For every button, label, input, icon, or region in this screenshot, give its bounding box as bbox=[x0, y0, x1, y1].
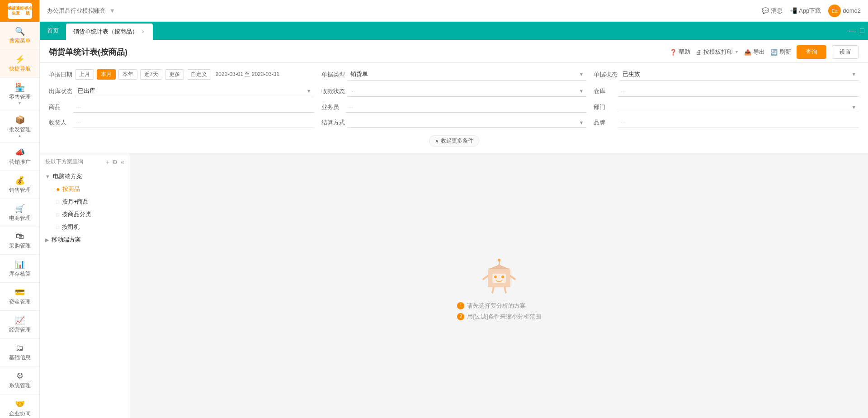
tree-child-by-goods[interactable]: ● 按商品 bbox=[51, 183, 130, 195]
svg-line-10 bbox=[505, 287, 506, 293]
app-download-btn[interactable]: 📲 App下载 bbox=[790, 7, 821, 15]
filter-date: 单据日期 上月 本月 本年 近7天 更多 自定义 2023-03-01 至 20… bbox=[49, 69, 314, 80]
sidebar-item-finance[interactable]: 💳 资金管理 bbox=[0, 283, 39, 311]
goods-label: 商品 bbox=[49, 103, 71, 111]
filter-doc-status: 单据状态 已生效 ▼ bbox=[594, 68, 859, 81]
sidebar-item-operation[interactable]: 📈 经营管理 bbox=[0, 311, 39, 339]
date-prev-month-btn[interactable]: 上月 bbox=[75, 69, 94, 80]
tab-home[interactable]: 首页 bbox=[40, 22, 66, 40]
goods-dots: ··· bbox=[76, 104, 81, 110]
nav-icon: ⚡ bbox=[15, 54, 25, 64]
doc-type-label: 单据类型 bbox=[321, 71, 345, 79]
filter-row-3: 商品 ··· 业务员 ··· 部门 ▼ bbox=[49, 102, 859, 113]
filter-brand: 品牌 ··· bbox=[594, 117, 859, 128]
retail-arrow: ▼ bbox=[18, 101, 22, 105]
filter-department: 部门 ▼ bbox=[594, 103, 859, 112]
tip-num-1: 1 bbox=[457, 302, 464, 309]
sidebar-marketing-label: 营销推广 bbox=[9, 158, 31, 166]
export-btn[interactable]: 📤 导出 bbox=[744, 48, 765, 56]
filter-row-4: 收货人 ··· 结算方式 ▼ 品牌 ··· bbox=[49, 117, 859, 128]
settings-scheme-btn[interactable]: ⚙ bbox=[112, 158, 118, 166]
receiver-select[interactable]: ··· bbox=[73, 117, 314, 128]
date-cur-year-btn[interactable]: 本年 bbox=[118, 69, 137, 80]
recv-status-select[interactable]: ··· ▼ bbox=[348, 86, 587, 97]
tab-active[interactable]: 销货单统计表（按商品） × bbox=[66, 24, 153, 40]
filter-settlement: 结算方式 ▼ bbox=[321, 118, 587, 128]
sidebar-item-ecom[interactable]: 🛒 电商管理 bbox=[0, 199, 39, 227]
settings-button[interactable]: 设置 bbox=[832, 45, 859, 59]
category-icon: □ bbox=[56, 212, 59, 217]
user-info[interactable]: Ea demo2 bbox=[828, 5, 861, 17]
department-select[interactable]: ▼ bbox=[618, 103, 859, 112]
sidebar-item-retail[interactable]: 🏪 零售管理 ▼ bbox=[0, 78, 39, 110]
tree-node-desktop[interactable]: ▼ 电脑端方案 bbox=[40, 170, 130, 183]
date-recent7-btn[interactable]: 近7天 bbox=[140, 69, 162, 80]
tree-child-by-category[interactable]: □ 按商品分类 bbox=[51, 208, 130, 221]
tree-node-mobile[interactable]: ▶ 移动端方案 bbox=[40, 233, 130, 246]
sidebar: 畅捷通好生意 标准版 🔍 搜索菜单 ⚡ 快捷导航 🏪 零售管理 ▼ 📦 批发管理… bbox=[0, 0, 40, 418]
recv-status-dots: ··· bbox=[350, 88, 355, 95]
settlement-select[interactable]: ▼ bbox=[348, 118, 587, 128]
doc-status-select[interactable]: 已生效 ▼ bbox=[620, 68, 859, 81]
driver-icon: □ bbox=[56, 224, 59, 230]
sidebar-item-search[interactable]: 🔍 搜索菜单 bbox=[0, 22, 39, 50]
date-cur-month-btn[interactable]: 本月 bbox=[97, 69, 116, 80]
doc-status-dropdown-icon: ▼ bbox=[851, 71, 856, 77]
filter-recv-status: 收款状态 ··· ▼ bbox=[321, 86, 587, 97]
out-status-select[interactable]: 已出库 ▼ bbox=[75, 85, 314, 97]
workspace-dropdown-icon[interactable]: ▼ bbox=[109, 7, 115, 14]
print-btn[interactable]: 🖨 按模板打印 ▼ bbox=[696, 48, 739, 56]
left-panel-title: 按以下方案查询 bbox=[45, 158, 83, 166]
sidebar-item-wholesale[interactable]: 📦 批发管理 ▲ bbox=[0, 110, 39, 143]
tab-close-btn[interactable]: × bbox=[141, 28, 146, 35]
workspace-info: 办公用品行业模拟账套 ▼ bbox=[47, 7, 115, 15]
search-icon: 🔍 bbox=[15, 26, 25, 36]
date-filter: 上月 本月 本年 近7天 更多 自定义 2023-03-01 至 2023-03… bbox=[75, 69, 279, 80]
svg-line-7 bbox=[483, 276, 488, 279]
page-title: 销货单统计表(按商品) bbox=[49, 47, 127, 57]
collapse-panel-btn[interactable]: « bbox=[121, 158, 124, 166]
warehouse-select[interactable]: ··· bbox=[618, 86, 859, 97]
tab-maximize-btn[interactable]: □ bbox=[860, 27, 864, 35]
refresh-btn[interactable]: 🔄 刷新 bbox=[770, 48, 791, 56]
refresh-icon: 🔄 bbox=[770, 49, 778, 56]
tree-child-by-driver-label: 按司机 bbox=[62, 223, 80, 231]
sidebar-item-enterprise[interactable]: 🤝 企业协同 bbox=[0, 394, 39, 418]
tab-minimize-btn[interactable]: — bbox=[849, 27, 856, 35]
tree-section: ▼ 电脑端方案 ● 按商品 □ 按月+商品 □ bbox=[40, 168, 130, 248]
inventory-icon: 📊 bbox=[15, 259, 25, 269]
sidebar-wholesale-label: 批发管理 bbox=[9, 126, 31, 133]
salesperson-label: 业务员 bbox=[321, 103, 343, 111]
doc-status-label: 单据状态 bbox=[594, 71, 617, 79]
sidebar-item-marketing[interactable]: 📣 营销推广 bbox=[0, 143, 39, 171]
doc-type-select[interactable]: 销货单 ▼ bbox=[348, 68, 587, 81]
date-more-btn[interactable]: 更多 bbox=[165, 69, 184, 80]
goods-select[interactable]: ··· bbox=[73, 102, 314, 113]
filter-area: 单据日期 上月 本月 本年 近7天 更多 自定义 2023-03-01 至 20… bbox=[40, 63, 868, 153]
sidebar-item-sales[interactable]: 💰 销售管理 bbox=[0, 171, 39, 199]
sidebar-item-basic[interactable]: 🗂 基础信息 bbox=[0, 339, 39, 366]
sidebar-item-quicknav[interactable]: ⚡ 快捷导航 bbox=[0, 50, 39, 78]
empty-tip-2: 2 用[过滤]条件来缩小分析范围 bbox=[457, 313, 541, 321]
sidebar-finance-label: 资金管理 bbox=[9, 298, 31, 306]
salesperson-select[interactable]: ··· bbox=[346, 102, 587, 113]
add-scheme-btn[interactable]: + bbox=[106, 158, 109, 166]
sidebar-item-inventory[interactable]: 📊 库存核算 bbox=[0, 255, 39, 283]
sidebar-item-system[interactable]: ⚙ 系统管理 bbox=[0, 366, 39, 394]
tip-text-2: 用[过滤]条件来缩小分析范围 bbox=[467, 313, 541, 321]
date-custom-btn[interactable]: 自定义 bbox=[187, 69, 211, 80]
sidebar-item-purchase[interactable]: 🛍 采购管理 bbox=[0, 227, 39, 255]
home-label: 首页 bbox=[47, 27, 59, 35]
collapse-arrow: ∧ bbox=[435, 138, 439, 144]
brand-select[interactable]: ··· bbox=[618, 117, 859, 128]
tree-child-by-month-goods[interactable]: □ 按月+商品 bbox=[51, 195, 130, 208]
out-status-label: 出库状态 bbox=[49, 87, 72, 95]
message-btn[interactable]: 💬 消息 bbox=[762, 7, 783, 15]
active-scheme-icon: ● bbox=[56, 185, 60, 193]
tree-child-by-driver[interactable]: □ 按司机 bbox=[51, 221, 130, 233]
settlement-dropdown-icon: ▼ bbox=[579, 120, 584, 125]
collapse-btn[interactable]: ∧ 收起更多条件 bbox=[429, 135, 479, 147]
help-btn[interactable]: ❓ 帮助 bbox=[670, 48, 690, 56]
query-button[interactable]: 查询 bbox=[797, 45, 826, 59]
tree-child-by-category-label: 按商品分类 bbox=[62, 210, 91, 218]
